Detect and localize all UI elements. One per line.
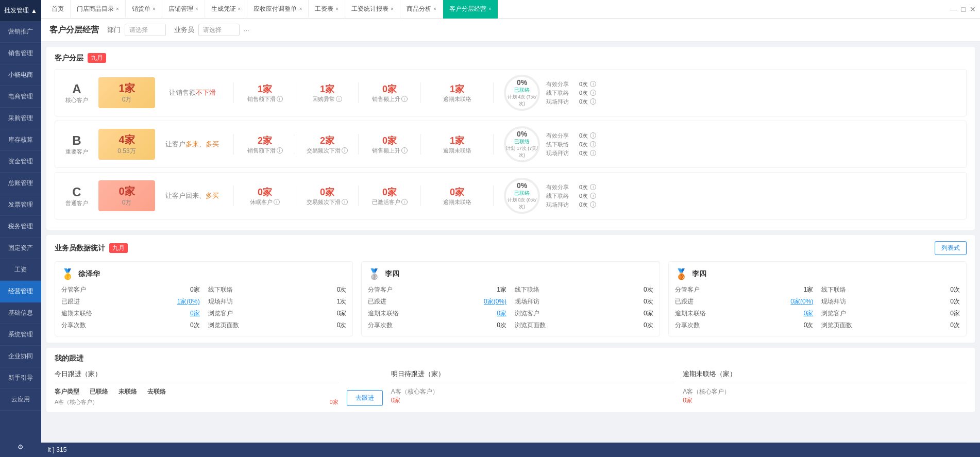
- tab-close-icon[interactable]: ✕: [970, 5, 976, 13]
- staff-stat-row: 浏览页面数 0次: [821, 321, 960, 330]
- tier-label-A: A 核心客户: [61, 82, 92, 104]
- staff-stat-row: 浏览页面数 0次: [208, 321, 347, 330]
- tab-生成凭证[interactable]: 生成凭证 ×: [205, 0, 248, 19]
- sidebar-item-云应用[interactable]: 云应用: [0, 389, 41, 411]
- tab-店铺管理[interactable]: 店铺管理 ×: [162, 0, 205, 19]
- tier-count-C: 0家 0万: [98, 180, 155, 211]
- staff-stat-row: 浏览客户 0家: [821, 309, 960, 318]
- tier-action-B: 让客户多来、多买: [161, 140, 223, 149]
- tab-close-生成凭证[interactable]: ×: [238, 6, 241, 12]
- stat-abnormal-A: 1家 回购异常 i: [307, 83, 348, 103]
- staff-header-2: 🥉 李四: [675, 268, 960, 280]
- sidebar-item-经营管理[interactable]: 经营管理: [0, 281, 41, 302]
- sidebar-item-工资[interactable]: 工资: [0, 259, 41, 281]
- dept-select[interactable]: 请选择: [125, 24, 166, 36]
- staff-filter: 业务员 请选择 ···: [174, 24, 249, 36]
- overdue-label: 逾期未联络（家）: [683, 369, 967, 379]
- staff-stat-row: 浏览客户 0家: [208, 309, 347, 318]
- tab-门店商品目录[interactable]: 门店商品目录 ×: [71, 0, 126, 19]
- sidebar-item-总账管理[interactable]: 总账管理: [0, 173, 41, 194]
- tab-close-应收应付调整单[interactable]: ×: [299, 6, 302, 12]
- staff-stat-row: 现场拜访 0次: [515, 297, 653, 306]
- page-title: 客户分层经营: [49, 25, 99, 36]
- sidebar-item-企业协同[interactable]: 企业协同: [0, 346, 41, 367]
- go-follow-button[interactable]: 去跟进: [347, 390, 383, 406]
- sidebar-gear-icon[interactable]: ⚙: [0, 437, 41, 457]
- tab-close-门店商品目录[interactable]: ×: [116, 6, 119, 12]
- tier-row-B: B 重要客户 4家 0.53万 让客户多来、多买 2家 销售额下滑 i 2家 交…: [55, 121, 967, 168]
- tier-row-A: A 核心客户 1家 0万 让销售额不下滑 1家 销售额下滑 i 1家 回购异常 …: [55, 69, 967, 116]
- sidebar-header[interactable]: 批发管理 ▲: [0, 0, 41, 21]
- tab-close-店铺管理[interactable]: ×: [195, 6, 198, 12]
- sidebar-item-发票管理[interactable]: 发票管理: [0, 194, 41, 216]
- sidebar-item-电商管理[interactable]: 电商管理: [0, 86, 41, 108]
- tier-right-stats-C: 有效分享0次 i线下联络0次 i现场拜访0次 i: [546, 183, 596, 209]
- staff-section: 业务员数据统计 九月 列表式 🥇 徐泽华 分管客户 0家 线下联络 0次: [46, 235, 975, 343]
- sidebar-item-税务管理[interactable]: 税务管理: [0, 216, 41, 238]
- tier-label-C: C 普通客户: [61, 185, 92, 207]
- staff-select[interactable]: 请选择: [198, 24, 240, 36]
- sidebar-item-销售管理[interactable]: 销售管理: [0, 43, 41, 64]
- tab-close-工资表[interactable]: ×: [335, 6, 339, 12]
- tier-count-B: 4家 0.53万: [98, 129, 155, 160]
- customer-section-title: 客户分层: [55, 54, 83, 63]
- staff-stat-row: 分享次数 0次: [675, 321, 814, 330]
- tab-minimize-icon[interactable]: —: [950, 5, 957, 13]
- sidebar-item-营销推广[interactable]: 营销推广: [0, 21, 41, 43]
- staff-name-2: 李四: [692, 269, 706, 279]
- tier-overdue-A: 1家 逾期未联络: [431, 83, 483, 103]
- sidebar-item-小畅电商[interactable]: 小畅电商: [0, 64, 41, 86]
- staff-stat-row: 逾期未联络 0家: [61, 309, 200, 318]
- tab-客户分层经营[interactable]: 客户分层经营 ×: [443, 0, 498, 19]
- tab-close-工资统计报表[interactable]: ×: [391, 6, 394, 12]
- follow-action-col: 去跟进: [347, 369, 383, 406]
- tomorrow-follow-col: 明日待跟进（家） A客（核心客户） 0家: [391, 369, 675, 405]
- tab-工资表[interactable]: 工资表 ×: [309, 0, 345, 19]
- status-bar: It } 315: [41, 443, 980, 457]
- tab-close-商品分析[interactable]: ×: [433, 6, 436, 12]
- sidebar-item-系统管理[interactable]: 系统管理: [0, 324, 41, 346]
- staff-stat-row: 分享次数 0次: [368, 321, 506, 330]
- tab-商品分析[interactable]: 商品分析 ×: [400, 0, 443, 19]
- tab-close-销货单[interactable]: ×: [153, 6, 156, 12]
- staff-label: 业务员: [174, 25, 194, 35]
- staff-stat-row: 线下联络 0次: [515, 285, 653, 294]
- stat-declining-C: 0家 休眠客户 i: [244, 186, 285, 206]
- sidebar-item-采购管理[interactable]: 采购管理: [0, 108, 41, 129]
- tab-工资统计报表[interactable]: 工资统计报表 ×: [345, 0, 400, 19]
- today-follow-col: 今日跟进（家） 客户类型 已联络 未联络 去联络 A客（核心客户） 0家: [55, 369, 339, 406]
- staff-stat-row: 线下联络 0次: [821, 285, 960, 294]
- tier-overdue-B: 1家 逾期未联络: [431, 134, 483, 155]
- tab-销货单[interactable]: 销货单 ×: [126, 0, 162, 19]
- staff-section-header: 业务员数据统计 九月 列表式: [55, 241, 967, 255]
- staff-header-1: 🥈 李四: [368, 268, 653, 280]
- staff-stats-2: 分管客户 1家 线下联络 0次 已跟进 0家(0%) 现场拜访 0次: [675, 285, 960, 330]
- customer-section: 客户分层 九月 A 核心客户 1家 0万 让销售额不下滑 1家 销售额下滑 i …: [46, 47, 975, 230]
- staff-stats-1: 分管客户 1家 线下联络 0次 已跟进 0家(0%) 现场拜访 0次: [368, 285, 653, 330]
- staff-stat-row: 线下联络 0次: [208, 285, 347, 294]
- staff-stats-0: 分管客户 0家 线下联络 0次 已跟进 1家(0%) 现场拜访 1次: [61, 285, 346, 330]
- stat-rising-A: 0家 销售额上升 i: [369, 83, 410, 103]
- staff-card-2: 🥉 李四 分管客户 1家 线下联络 0次 已跟进 0家(0%): [668, 261, 967, 336]
- stat-abnormal-B: 2家 交易频次下滑 i: [307, 134, 348, 155]
- tab-restore-icon[interactable]: □: [961, 5, 966, 13]
- staff-stat-row: 分管客户 1家: [675, 285, 814, 294]
- tab-首页[interactable]: 首页: [45, 0, 71, 19]
- sidebar-collapse-icon[interactable]: ▲: [31, 7, 37, 14]
- sidebar-item-新手引导[interactable]: 新手引导: [0, 367, 41, 389]
- tab-close-客户分层经营[interactable]: ×: [488, 6, 492, 12]
- staff-header-0: 🥇 徐泽华: [61, 268, 346, 280]
- sidebar-item-基础信息[interactable]: 基础信息: [0, 302, 41, 324]
- sidebar-item-固定资产[interactable]: 固定资产: [0, 238, 41, 259]
- sidebar-item-资金管理[interactable]: 资金管理: [0, 151, 41, 173]
- overdue-contact-col: 逾期未联络（家） A客（核心客户） 0家: [683, 369, 967, 405]
- tier-row-C: C 普通客户 0家 0万 让客户回来、多买 0家 休眠客户 i 0家 交易频次下…: [55, 172, 967, 219]
- staff-list-view-button[interactable]: 列表式: [935, 241, 967, 255]
- staff-stat-row: 已跟进 1家(0%): [61, 297, 200, 306]
- sidebar-item-库存核算[interactable]: 库存核算: [0, 129, 41, 151]
- more-options-icon[interactable]: ···: [244, 26, 249, 34]
- staff-stat-row: 分享次数 0次: [61, 321, 200, 330]
- tab-应收应付调整单[interactable]: 应收应付调整单 ×: [247, 0, 309, 19]
- tier-circle-A: 0% 已联络 计划 4次 (7天/次): [504, 75, 540, 111]
- staff-stat-row: 现场拜访 0次: [821, 297, 960, 306]
